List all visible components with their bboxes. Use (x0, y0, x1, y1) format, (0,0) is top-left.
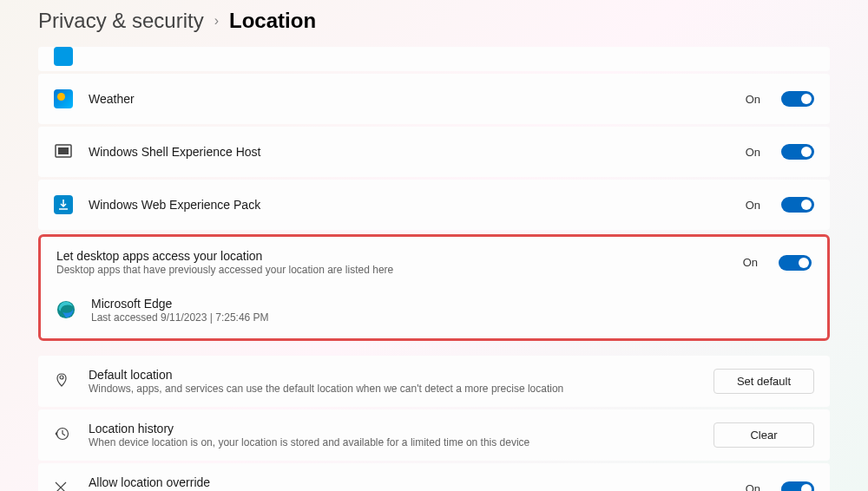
weather-icon (54, 89, 73, 108)
list-item-webexp[interactable]: Windows Web Experience Pack On (38, 180, 830, 230)
list-item-shell[interactable]: Windows Shell Experience Host On (38, 127, 830, 177)
toggle-switch[interactable] (781, 197, 814, 213)
row-subtitle: Windows, apps, and services can use the … (89, 383, 698, 395)
row-title: Location history (89, 422, 698, 435)
location-pin-icon (54, 372, 73, 391)
breadcrumb-current: Location (229, 9, 316, 33)
desktop-apps-header[interactable]: Let desktop apps access your location De… (41, 237, 827, 288)
last-accessed: Last accessed 9/11/2023 | 7:25:46 PM (91, 311, 812, 324)
toggle-state: On (746, 199, 760, 212)
location-override-row: Allow location override Allow apps like … (38, 463, 830, 491)
app-name: Windows Web Experience Pack (89, 198, 730, 212)
app-name: Windows Shell Experience Host (89, 145, 730, 159)
default-location-row: Default location Windows, apps, and serv… (38, 356, 830, 407)
clear-button[interactable]: Clear (713, 422, 814, 448)
list-item-partial (38, 47, 830, 71)
set-default-button[interactable]: Set default (713, 369, 814, 394)
toggle-state: On (746, 482, 760, 491)
desktop-apps-section-highlighted: Let desktop apps access your location De… (38, 234, 830, 341)
toggle-switch[interactable] (781, 481, 814, 492)
breadcrumb-parent[interactable]: Privacy & security (38, 9, 204, 33)
section-title: Let desktop apps access your location (56, 249, 727, 263)
location-history-row: Location history When device location is… (38, 409, 830, 461)
app-icon (54, 47, 73, 66)
chevron-right-icon: › (214, 13, 219, 29)
breadcrumb: Privacy & security › Location (0, 0, 868, 47)
edge-icon (56, 300, 76, 319)
toggle-partial (781, 55, 814, 58)
toggle-switch[interactable] (781, 144, 814, 160)
row-subtitle: When device location is on, your locatio… (89, 436, 698, 448)
svg-rect-1 (58, 147, 69, 154)
toggle-state: On (746, 146, 760, 159)
section-subtitle: Desktop apps that have previously access… (56, 264, 727, 276)
shell-icon (54, 142, 73, 161)
list-item-edge: Microsoft Edge Last accessed 9/11/2023 |… (41, 288, 827, 338)
toggle-state: On (746, 93, 760, 106)
toggle-switch[interactable] (779, 255, 812, 271)
history-icon (54, 426, 73, 445)
app-name: Weather (89, 92, 730, 106)
list-item-weather[interactable]: Weather On (38, 74, 830, 124)
override-icon (54, 481, 73, 492)
row-title: Default location (89, 368, 698, 382)
svg-point-3 (60, 376, 63, 379)
webexp-icon (54, 195, 73, 214)
toggle-state: On (743, 256, 758, 269)
app-name: Microsoft Edge (91, 297, 812, 311)
row-title: Allow location override (89, 475, 730, 489)
toggle-switch[interactable] (781, 91, 814, 107)
